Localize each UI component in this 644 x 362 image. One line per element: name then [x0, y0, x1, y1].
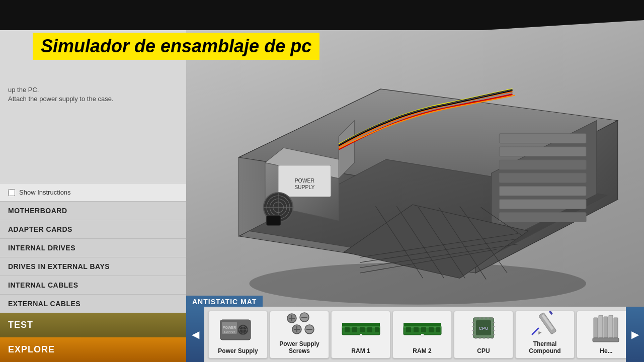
component-label-ram1: RAM 1	[351, 347, 370, 354]
component-label-power-supply-screws: Power Supply Screws	[272, 340, 327, 355]
component-icon-he	[579, 313, 626, 345]
svg-rect-100	[594, 318, 598, 338]
component-tray: POWER SUPPLY Power Supply Power Supply S…	[204, 308, 626, 361]
component-item-thermal-compound[interactable]: Thermal Compound	[515, 311, 575, 358]
menu-items: MOTHERBOARDADAPTER CARDSINTERNAL DRIVESD…	[0, 201, 186, 313]
component-label-ram2: RAM 2	[413, 347, 431, 354]
component-label-he: He...	[600, 347, 612, 354]
scroll-right-icon: ▶	[631, 328, 639, 340]
svg-rect-24	[499, 186, 586, 196]
svg-rect-73	[421, 334, 424, 337]
component-item-cpu[interactable]: CPU CPU	[454, 311, 513, 358]
top-bar	[0, 0, 644, 30]
component-item-ram1[interactable]: RAM 1	[331, 311, 390, 358]
menu-item-motherboard[interactable]: MOTHERBOARD	[0, 201, 186, 220]
title-bar: Simulador de ensamblaje de pc	[33, 33, 319, 60]
svg-rect-61	[360, 327, 365, 332]
menu-item-drives-external-bays[interactable]: DRIVES IN EXTERNAL BAYS	[0, 257, 186, 276]
svg-rect-63	[375, 327, 379, 332]
svg-text:POWER: POWER	[295, 178, 315, 184]
show-instructions-label: Show Instructions	[19, 189, 71, 196]
svg-rect-20	[499, 134, 586, 143]
show-instructions-checkbox[interactable]	[8, 189, 15, 196]
svg-rect-105	[593, 338, 619, 342]
svg-rect-26	[499, 213, 586, 222]
component-item-power-supply-screws[interactable]: Power Supply Screws	[270, 311, 329, 358]
component-label-thermal-compound: Thermal Compound	[518, 340, 572, 355]
svg-text:SUPPLY: SUPPLY	[294, 185, 314, 190]
svg-rect-18	[266, 215, 281, 226]
svg-text:CPU: CPU	[478, 326, 488, 331]
svg-rect-102	[604, 317, 608, 338]
svg-rect-59	[345, 327, 350, 332]
component-icon-power-supply: POWER SUPPLY	[211, 314, 265, 346]
menu-item-adapter-cards[interactable]: ADAPTER CARDS	[0, 220, 186, 238]
svg-rect-62	[367, 327, 372, 332]
component-item-power-supply[interactable]: POWER SUPPLY Power Supply	[208, 311, 268, 358]
instruction-line1: up the PC.	[8, 85, 178, 95]
component-item-ram2[interactable]: RAM 2	[392, 311, 452, 358]
menu-item-internal-cables[interactable]: INTERNAL CABLES	[0, 276, 186, 294]
show-instructions-row: Show Instructions	[0, 183, 186, 201]
component-icon-power-supply-screws	[272, 308, 327, 338]
component-icon-ram1	[334, 314, 388, 346]
title-text: Simulador de ensamblaje de pc	[41, 36, 311, 56]
component-icon-thermal-compound	[518, 308, 572, 338]
svg-rect-60	[352, 327, 357, 332]
component-label-power-supply: Power Supply	[218, 347, 258, 354]
instruction-line2: Attach the power supply to the case.	[8, 95, 178, 104]
menu-item-internal-drives[interactable]: INTERNAL DRIVES	[0, 238, 186, 257]
svg-rect-68	[406, 327, 411, 332]
svg-rect-72	[436, 327, 440, 332]
svg-rect-103	[609, 315, 613, 338]
scroll-left-button[interactable]: ◀	[186, 307, 204, 362]
component-label-cpu: CPU	[477, 347, 490, 354]
svg-rect-64	[360, 334, 362, 337]
antistatic-label: ANTISTATIC MAT	[186, 296, 263, 308]
svg-line-99	[532, 328, 538, 334]
svg-rect-101	[599, 315, 603, 338]
svg-text:POWER: POWER	[223, 326, 236, 329]
bottom-toolbar: ◀ POWER SUPPLY Power Supply Power Supply…	[186, 307, 644, 362]
svg-rect-22	[499, 160, 586, 169]
explore-button[interactable]: EXPLORE	[0, 337, 186, 362]
svg-marker-97	[537, 330, 541, 335]
component-icon-cpu: CPU	[456, 313, 511, 345]
svg-rect-69	[414, 327, 419, 332]
svg-rect-104	[614, 318, 618, 338]
svg-rect-25	[499, 200, 586, 209]
component-item-he[interactable]: He...	[577, 311, 626, 358]
svg-rect-70	[421, 327, 426, 332]
svg-rect-98	[549, 310, 553, 315]
menu-item-external-cables[interactable]: EXTERNAL CABLES	[0, 294, 186, 313]
svg-rect-21	[499, 147, 586, 156]
component-icon-ram2	[395, 314, 449, 346]
svg-rect-71	[429, 327, 434, 332]
test-button[interactable]: TEST	[0, 313, 186, 337]
scroll-left-icon: ◀	[192, 328, 199, 340]
scroll-right-button[interactable]: ▶	[626, 307, 644, 362]
svg-text:SUPPLY: SUPPLY	[223, 330, 235, 333]
svg-rect-23	[499, 173, 586, 183]
